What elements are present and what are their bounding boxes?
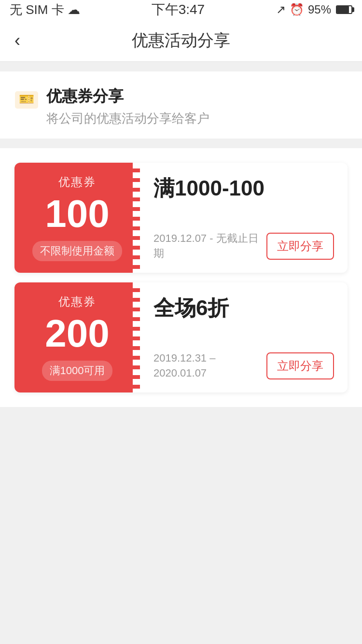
bottom-area — [0, 407, 362, 644]
coupon-label-1: 优惠券 — [58, 174, 96, 190]
coupon-right-2: 全场6折 2019.12.31 – 2020.01.07 立即分享 — [140, 282, 348, 392]
section-subtitle: 将公司的优惠活动分享给客户 — [46, 110, 209, 127]
coupon-amount-2: 200 — [45, 314, 109, 353]
section-header: 🎫 优惠券分享 将公司的优惠活动分享给客户 — [0, 71, 362, 139]
coupon-card-2: 优惠券 200 满1000可用 全场6折 2019.12.31 – 2020.0… — [14, 282, 348, 392]
coupon-title-1: 满1000-100 — [153, 174, 334, 203]
coupon-left-1: 优惠券 100 不限制使用金额 — [14, 163, 140, 273]
battery-label: 95% — [308, 3, 331, 16]
coupon-title-2: 全场6折 — [153, 294, 334, 322]
coupon-card-1: 优惠券 100 不限制使用金额 满1000-100 2019.12.07 - 无… — [14, 163, 348, 273]
share-button-1[interactable]: 立即分享 — [266, 233, 334, 260]
battery-icon — [336, 5, 352, 14]
back-button[interactable]: ‹ — [14, 30, 20, 51]
coupon-icon: 🎫 — [14, 88, 39, 112]
coupon-list: 优惠券 100 不限制使用金额 满1000-100 2019.12.07 - 无… — [0, 148, 362, 407]
coupon-label-2: 优惠券 — [58, 294, 96, 309]
status-right: ↗ ⏰ 95% — [276, 3, 352, 16]
coupon-amount-1: 100 — [45, 195, 109, 233]
alarm-icon: ⏰ — [290, 3, 304, 16]
location-icon: ↗ — [276, 3, 286, 16]
coupon-date-1: 2019.12.07 - 无截止日期 — [153, 231, 262, 261]
page-title: 优惠活动分享 — [132, 29, 230, 52]
status-time: 下午3:47 — [152, 0, 205, 19]
coupon-condition-1: 不限制使用金额 — [32, 241, 122, 261]
nav-bar: ‹ 优惠活动分享 — [0, 19, 362, 62]
sim-label: 无 SIM 卡 ☁ — [10, 1, 80, 18]
coupon-left-2: 优惠券 200 满1000可用 — [14, 282, 140, 392]
section-title: 优惠券分享 — [46, 86, 209, 107]
svg-text:🎫: 🎫 — [19, 91, 35, 107]
coupon-right-1: 满1000-100 2019.12.07 - 无截止日期 立即分享 — [140, 163, 348, 273]
share-button-2[interactable]: 立即分享 — [266, 352, 334, 379]
status-bar: 无 SIM 卡 ☁ 下午3:47 ↗ ⏰ 95% — [0, 0, 362, 19]
status-left: 无 SIM 卡 ☁ — [10, 1, 80, 18]
coupon-footer-1: 2019.12.07 - 无截止日期 立即分享 — [153, 231, 334, 261]
section-text: 优惠券分享 将公司的优惠活动分享给客户 — [46, 86, 209, 127]
coupon-footer-2: 2019.12.31 – 2020.01.07 立即分享 — [153, 351, 334, 381]
coupon-date-2: 2019.12.31 – 2020.01.07 — [153, 351, 262, 381]
coupon-condition-2: 满1000可用 — [42, 361, 113, 381]
